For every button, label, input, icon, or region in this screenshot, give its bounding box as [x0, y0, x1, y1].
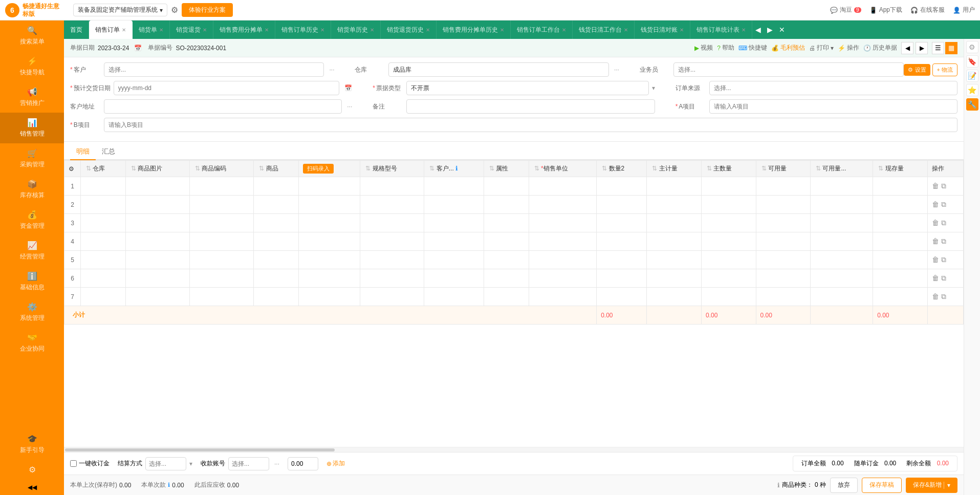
account-dots-button[interactable]: ··· — [274, 460, 279, 467]
account-input[interactable] — [228, 457, 269, 470]
th-attributes[interactable]: ⇅ 属性 — [484, 161, 529, 177]
warehouse-input[interactable] — [388, 62, 608, 77]
print-button[interactable]: 🖨 打印 ▾ — [809, 44, 834, 52]
th-available2[interactable]: ⇅ 可用量... — [811, 161, 873, 177]
tab-close-daily-workbench[interactable]: ✕ — [624, 27, 628, 33]
operation-button[interactable]: ⚡ 操作 — [838, 44, 859, 52]
row-copy-5[interactable]: ⧉ — [941, 255, 946, 264]
th-product[interactable]: ⇅ 商品 — [254, 161, 299, 177]
online-support-button[interactable]: 🎧 在线客服 — [910, 6, 945, 14]
th-product-image[interactable]: ⇅ 商品图片 — [125, 161, 189, 177]
right-panel-btn-3[interactable]: 📝 — [966, 70, 978, 82]
customer-input[interactable] — [104, 62, 324, 77]
scroll-thumb[interactable] — [65, 448, 335, 451]
prev-record-button[interactable]: ◀ — [901, 42, 913, 54]
tab-detail[interactable]: 明细 — [70, 144, 96, 160]
tab-next-button[interactable]: ▶ — [764, 26, 776, 34]
row-delete-4[interactable]: 🗑 — [932, 237, 939, 246]
row-delete-1[interactable]: 🗑 — [932, 182, 939, 190]
order-source-input[interactable] — [709, 81, 957, 95]
tab-home[interactable]: 首页 — [64, 20, 89, 39]
row-copy-3[interactable]: ⧉ — [941, 219, 946, 227]
next-record-button[interactable]: ▶ — [916, 42, 928, 54]
tab-daily-workbench[interactable]: 钱货日清工作台 ✕ — [573, 20, 635, 39]
b-project-input[interactable] — [104, 118, 957, 132]
sidebar-item-sales[interactable]: 📊 销售管理 — [0, 113, 64, 143]
sidebar-item-purchase[interactable]: 🛒 采购管理 — [0, 143, 64, 174]
delivery-date-input[interactable] — [114, 81, 340, 95]
app-download-button[interactable]: 📱 App下载 — [869, 6, 902, 14]
a-project-input[interactable] — [709, 99, 957, 114]
staff-input[interactable] — [673, 62, 904, 77]
row-delete-2[interactable]: 🗑 — [932, 200, 939, 209]
th-available[interactable]: ⇅ 可用量 — [756, 161, 811, 177]
industry-plan-button[interactable]: 体验行业方案 — [182, 3, 233, 17]
tab-sales-order[interactable]: 销售订单 ✕ — [89, 20, 133, 39]
th-customer[interactable]: ⇅ 客户... ℹ — [424, 161, 484, 177]
form-view-button[interactable]: ▦ — [945, 42, 957, 54]
th-current-stock[interactable]: ⇅ 现存量 — [873, 161, 928, 177]
message-button[interactable]: 💬 淘豆 9 — [830, 6, 861, 14]
warehouse-dots-button[interactable]: ··· — [614, 66, 619, 73]
tab-close-return-history[interactable]: ✕ — [426, 27, 430, 33]
quick-settle-checkbox[interactable] — [70, 460, 77, 467]
history-button[interactable]: 🕐 历史单据 — [863, 44, 897, 52]
list-view-button[interactable]: ☰ — [932, 42, 944, 54]
row-copy-2[interactable]: ⧉ — [941, 200, 946, 209]
system-selector[interactable]: 装备及固定资产辅助管理系统 ▾ — [73, 4, 167, 16]
scan-input-button[interactable]: 扫码录入 — [303, 164, 334, 174]
tab-summary[interactable]: 汇总 — [96, 144, 121, 160]
row-delete-6[interactable]: 🗑 — [932, 274, 939, 283]
help-button[interactable]: ? 帮助 — [717, 44, 734, 52]
row-copy-6[interactable]: ⧉ — [941, 274, 946, 283]
tab-expense-history[interactable]: 销售费用分摊单历史 ✕ — [437, 20, 511, 39]
tab-return-history[interactable]: 销货退货历史 ✕ — [381, 20, 437, 39]
tab-close-sales-order-history[interactable]: ✕ — [320, 27, 324, 33]
tab-close-sales-return[interactable]: ✕ — [203, 27, 207, 33]
sidebar-item-enterprise[interactable]: 🤝 企业协同 — [0, 328, 64, 358]
th-gear[interactable]: ⚙ — [64, 161, 81, 177]
settings-gear-button[interactable]: ⚙ — [167, 3, 182, 17]
tab-sales-return[interactable]: 销货退货 ✕ — [170, 20, 213, 39]
th-product-code[interactable]: ⇅ 商品编码 — [190, 161, 254, 177]
sidebar-item-guide[interactable]: 🎓 新手引导 — [0, 429, 64, 460]
sidebar-item-search[interactable]: 🔍 搜索菜单 — [0, 20, 64, 51]
save-new-dropdown-icon[interactable]: ▾ — [944, 482, 950, 489]
user-menu[interactable]: 👤 用户 — [953, 6, 975, 14]
right-panel-btn-5[interactable]: 🔧 — [966, 98, 978, 111]
row-copy-4[interactable]: ⧉ — [941, 237, 946, 246]
current-info-icon[interactable]: ℹ — [168, 482, 170, 488]
address-dots-button[interactable]: ··· — [347, 103, 352, 110]
save-new-button[interactable]: 保存&新增 ▾ — [906, 478, 957, 493]
tab-workbench[interactable]: 销售订单工作台 ✕ — [511, 20, 573, 39]
sidebar-item-system[interactable]: ⚙️ 系统管理 — [0, 297, 64, 328]
discard-button[interactable]: 放弃 — [830, 478, 858, 493]
th-spec[interactable]: ⇅ 规格型号 — [360, 161, 424, 177]
right-panel-btn-2[interactable]: 🔖 — [966, 55, 978, 68]
sidebar-item-basic-info[interactable]: ℹ️ 基础信息 — [0, 266, 64, 297]
right-panel-btn-1[interactable]: ⚙ — [966, 41, 978, 53]
tab-prev-button[interactable]: ◀ — [752, 26, 764, 34]
view-video-button[interactable]: ▶ 视频 — [694, 44, 713, 52]
row-delete-7[interactable]: 🗑 — [932, 292, 939, 301]
invoice-input[interactable] — [406, 81, 648, 95]
settings-panel-button[interactable]: ⚙ 设置 — [904, 64, 930, 76]
th-sales-unit[interactable]: ⇅ *销售单位 — [529, 161, 597, 177]
sidebar-expand-button[interactable]: ◀◀ — [0, 480, 64, 495]
right-panel-btn-4[interactable]: ⭐ — [966, 84, 978, 96]
profit-estimate-button[interactable]: 💰 毛利预估 — [771, 44, 805, 52]
sidebar-item-quick-nav[interactable]: ⚡ 快捷导航 — [0, 51, 64, 82]
horizontal-scrollbar[interactable] — [64, 447, 964, 452]
settle-method-dropdown[interactable]: ▾ — [189, 460, 192, 467]
date-calendar-icon[interactable]: 📅 — [134, 45, 142, 52]
tab-sales-statistics[interactable]: 销售订单统计表 ✕ — [690, 20, 752, 39]
tab-sales-expense[interactable]: 销售费用分摊单 ✕ — [213, 20, 275, 39]
shortcut-button[interactable]: ⌨ 快捷键 — [738, 44, 767, 52]
th-main-unit[interactable]: ⇅ 主计量 — [647, 161, 702, 177]
tab-close-sales-order[interactable]: ✕ — [122, 27, 126, 33]
sidebar-item-operations[interactable]: 📈 经营管理 — [0, 235, 64, 266]
tab-close-sales-statistics[interactable]: ✕ — [742, 27, 746, 33]
tab-close-sales-invoice[interactable]: ✕ — [159, 27, 163, 33]
sidebar-item-marketing[interactable]: 📢 营销推广 — [0, 82, 64, 113]
row-copy-1[interactable]: ⧉ — [941, 182, 946, 190]
